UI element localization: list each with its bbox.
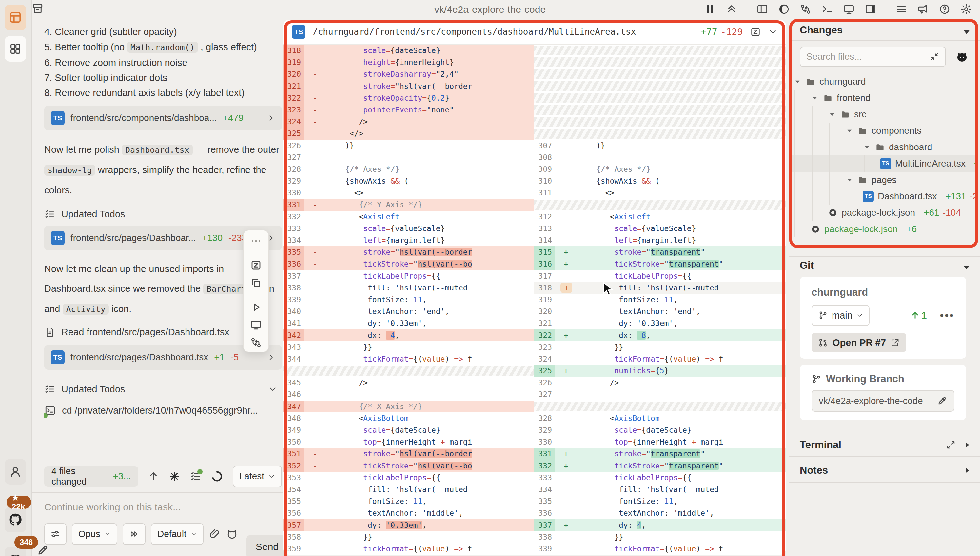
fast-forward-button[interactable] — [123, 523, 145, 545]
external-icon[interactable] — [891, 338, 900, 347]
git-compare-button[interactable] — [799, 3, 812, 16]
highlighter-icon[interactable] — [36, 544, 49, 556]
diff-row[interactable]: 349scale={dateScale}329scale={dateScale} — [283, 424, 786, 436]
chev-down-icon[interactable] — [191, 531, 197, 537]
diff-row[interactable]: 355fontSize: 11,335fontSize: 11, — [283, 495, 786, 507]
diff-row[interactable]: 354fill: 'hsl(var(--muted334fill: 'hsl(v… — [283, 483, 786, 495]
diff-row[interactable]: 333scale={valueScale}313scale={valueScal… — [283, 223, 786, 234]
open-in-zed-icon[interactable] — [750, 26, 761, 37]
diff-row[interactable]: 337tickLabelProps={{317tickLabelProps={{ — [283, 270, 786, 282]
pr-icon[interactable] — [818, 338, 828, 348]
tri-right-icon[interactable] — [963, 466, 972, 475]
tree-item-package-lock.json[interactable]: package-lock.json+61-104 — [789, 205, 978, 221]
diff-row[interactable]: 325+numTicks={5} — [283, 365, 786, 377]
terminal-section[interactable]: Terminal — [800, 435, 972, 454]
diff-row[interactable]: 352-tickStroke="hsl(var(--bo332+tickStro… — [283, 460, 786, 472]
cat-outline-icon[interactable] — [226, 528, 238, 540]
diff-row[interactable]: 346327 — [283, 388, 786, 400]
diff-row[interactable]: 340textAnchor: 'end',320textAnchor: 'end… — [283, 305, 786, 317]
open-pr-button[interactable]: Open PR #7 — [812, 333, 906, 352]
diff-row[interactable]: 321-stroke="hsl(var(--border — [283, 80, 786, 92]
tree-item-churnguard[interactable]: churnguard — [789, 73, 978, 90]
tree-item-pages[interactable]: pages — [789, 172, 978, 188]
diff-row[interactable]: 336-tickStroke="hsl(var(--bo316+tickStro… — [283, 258, 786, 270]
attach-icon[interactable] — [209, 528, 221, 540]
tri-down-icon[interactable] — [962, 262, 972, 272]
mode-dropdown[interactable]: Default — [151, 523, 203, 545]
chev-down-icon[interactable] — [768, 27, 777, 36]
collapse-icon[interactable] — [930, 52, 940, 61]
zed-button[interactable] — [250, 259, 262, 271]
arrow-up-icon[interactable] — [147, 470, 159, 482]
help-button[interactable] — [938, 3, 951, 16]
tree-item-package-lock.json[interactable]: package-lock.json+6 — [789, 221, 978, 238]
diff-row[interactable]: 325-</> — [283, 128, 786, 139]
chev-down-icon[interactable] — [268, 473, 275, 480]
diff-row[interactable]: 335-stroke="hsl(var(--border315+stroke="… — [283, 246, 786, 258]
diff-row[interactable]: 330<>311<> — [283, 187, 786, 199]
sparkle-icon[interactable] — [168, 470, 180, 482]
diff-row[interactable]: 359tickFormat={(value) => t339tickFormat… — [283, 543, 786, 555]
diff-row[interactable]: 320-strokeDasharray="2,4" — [283, 68, 786, 80]
files-changed-chip[interactable]: 4 files changed +3... — [44, 466, 138, 486]
branch-icon[interactable] — [812, 374, 821, 384]
latest-dropdown[interactable]: Latest — [233, 465, 282, 487]
model-dropdown[interactable]: Opus — [72, 523, 117, 545]
diff-row[interactable]: 323-pointerEvents="none" — [283, 104, 786, 116]
chevrons-up-button[interactable] — [725, 3, 738, 16]
rail-layout-button[interactable] — [5, 5, 26, 30]
expand-icon[interactable] — [946, 440, 956, 450]
tri-down-icon[interactable] — [962, 27, 972, 37]
diff-row[interactable]: 338fill: 'hsl(var(--muted318+fill: 'hsl(… — [283, 282, 786, 294]
monitor-button[interactable] — [842, 3, 856, 16]
play-button[interactable] — [250, 301, 262, 313]
copy-button[interactable] — [250, 277, 262, 289]
diff-row[interactable]: 339fontSize: 11,319fontSize: 11, — [283, 294, 786, 305]
panel-left-button[interactable] — [756, 3, 769, 16]
pause-button[interactable] — [703, 3, 717, 16]
diff-row[interactable]: 358}}338}} — [283, 531, 786, 543]
todos-icon[interactable] — [189, 470, 201, 482]
diff-row[interactable]: 331-{/* Y Axis */} — [283, 199, 786, 210]
diff-row[interactable]: 347-{/* X Axis */} — [283, 401, 786, 412]
panel-right-button[interactable] — [864, 3, 877, 16]
file-chip-multilinearea[interactable]: TS frontend/src/components/dashboa...+47… — [44, 105, 282, 131]
diff-row[interactable]: 356textAnchor: 'middle',336textAnchor: '… — [283, 507, 786, 519]
diff-row[interactable]: 318-scale={dateScale} — [283, 45, 786, 57]
diff-row[interactable]: 332<AxisLeft312<AxisLeft — [283, 211, 786, 223]
diff-row[interactable]: 353tickLabelProps={{333tickLabelProps={{ — [283, 472, 786, 483]
theme-button[interactable] — [777, 3, 791, 16]
tree-item-src[interactable]: src — [789, 106, 978, 123]
rail-user-button[interactable] — [5, 459, 26, 485]
working-branch-input[interactable]: vk/4e2a-explore-the-code — [812, 390, 954, 412]
diff-row[interactable]: 327308 — [283, 152, 786, 163]
terminal-button[interactable] — [821, 3, 834, 16]
megaphone-button[interactable] — [916, 3, 930, 16]
updated-todos-row[interactable]: Updated Todos — [44, 383, 282, 395]
git-header[interactable]: Git — [800, 260, 814, 272]
monitor-button[interactable] — [250, 319, 262, 331]
chevron-down-icon[interactable] — [768, 27, 777, 36]
ff-icon[interactable] — [129, 529, 139, 539]
cat-outline-icon[interactable] — [226, 528, 238, 540]
diff-row[interactable]: 329{showAxis && (310{showAxis && ( — [283, 175, 786, 187]
tri-right-icon[interactable] — [963, 441, 972, 449]
tree-item-MultiLineArea.tsx[interactable]: TSMultiLineArea.tsx+110-162 — [789, 155, 978, 172]
cat-icon[interactable] — [955, 50, 969, 64]
composer-input[interactable]: Continue working on this task... — [44, 501, 181, 513]
terminal-command-row[interactable]: cd /private/var/folders/10/h7w0q46556ggr… — [44, 404, 282, 416]
tree-item-Dashboard.tsx[interactable]: TSDashboard.tsx+131-233 — [789, 188, 978, 205]
sliders-icon[interactable] — [50, 529, 61, 539]
dots-button[interactable] — [250, 235, 262, 247]
updated-todos-row[interactable]: Updated Todos — [44, 208, 282, 220]
pencil-icon[interactable] — [36, 544, 49, 556]
cat-icon[interactable] — [955, 50, 969, 64]
branch-icon[interactable] — [818, 310, 828, 320]
paperclip-icon[interactable] — [209, 528, 221, 540]
diff-row[interactable]: 351-stroke="hsl(var(--border331+stroke="… — [283, 448, 786, 460]
pencil-icon[interactable] — [937, 396, 947, 406]
collapse-tree-icon[interactable] — [930, 52, 940, 61]
diff-row[interactable]: 345/>326/> — [283, 377, 786, 388]
zed-icon[interactable] — [750, 26, 761, 37]
changes-header[interactable]: Changes — [800, 24, 843, 36]
